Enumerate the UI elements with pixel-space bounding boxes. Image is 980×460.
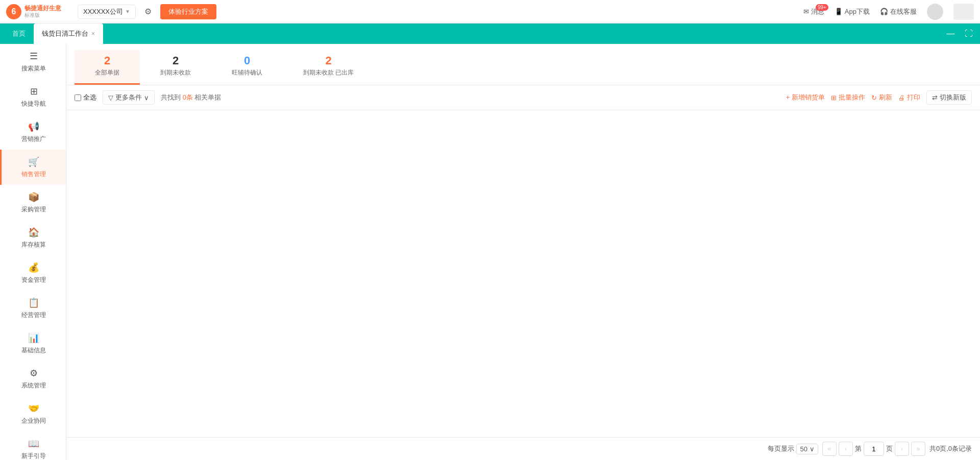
purchase-icon: 📦 — [28, 191, 40, 203]
logo-text: 畅捷通好生意 标准版 — [24, 5, 61, 18]
sidebar-item-sales[interactable]: 🛒 销售管理 — [0, 150, 66, 185]
sidebar-item-label: 基础信息 — [21, 346, 46, 355]
search-menu-icon: ☰ — [28, 50, 40, 62]
page-number-input[interactable] — [864, 442, 884, 456]
filter-arrow-icon: ∨ — [144, 94, 149, 102]
stat-label-shipped: 到期未收款 已出库 — [303, 68, 354, 77]
logo-area: 6 畅捷通好生意 标准版 — [6, 4, 72, 19]
service-icon: 🎧 — [880, 8, 888, 15]
stat-label-overdue: 到期未收款 — [160, 68, 191, 77]
page-size-arrow-icon: ∨ — [810, 445, 815, 453]
app-download-label: App下载 — [845, 7, 870, 16]
online-service-button[interactable]: 🎧 在线客服 — [880, 7, 917, 16]
stat-tab-all[interactable]: 2 全部单据 — [75, 50, 140, 85]
tab-home[interactable]: 首页 — [4, 23, 34, 44]
per-page-label: 每页显示 — [768, 444, 794, 453]
refresh-label: 刷新 — [879, 93, 892, 102]
message-badge: 99+ — [816, 4, 828, 11]
stat-label-all: 全部单据 — [95, 68, 119, 77]
main-layout: ☰ 搜索菜单 ⊞ 快捷导航 📢 营销推广 🛒 销售管理 📦 采购管理 🏠 库存核… — [0, 44, 980, 460]
stat-tab-pending[interactable]: 0 旺辅待确认 — [211, 50, 283, 85]
switch-icon: ⇄ — [932, 94, 938, 102]
next-page-button[interactable]: › — [895, 442, 909, 456]
page-size-select-box[interactable]: 50 ∨ — [796, 444, 818, 454]
toolbar-right: + 新增销货单 ⊞ 批量操作 ↻ 刷新 🖨 打印 ⇄ 切换新版 — [786, 90, 972, 105]
page-size-value: 50 — [800, 445, 807, 453]
select-all-label[interactable]: 全选 — [75, 93, 96, 102]
prev-page-button[interactable]: ‹ — [839, 442, 853, 456]
table-area — [66, 110, 980, 437]
stat-tab-shipped[interactable]: 2 到期未收款 已出库 — [283, 50, 374, 85]
avatar[interactable] — [927, 4, 943, 20]
result-text: 共找到 0条 相关单据 — [161, 93, 221, 102]
company-selector[interactable]: XXXXXX公司 ▼ — [78, 5, 136, 19]
minimize-icon[interactable]: — — [943, 27, 958, 41]
tab-bar-right: — ⛶ — [943, 27, 976, 41]
empty-state — [66, 110, 980, 437]
tab-work-bench[interactable]: 钱货日清工作台 × — [34, 23, 103, 44]
tab-bar: 首页 钱货日清工作台 × — ⛶ — [0, 23, 980, 44]
sidebar-item-marketing[interactable]: 📢 营销推广 — [0, 114, 66, 150]
sidebar-item-label: 营销推广 — [21, 135, 46, 143]
select-all-checkbox[interactable] — [75, 94, 81, 101]
refresh-button[interactable]: ↻ 刷新 — [871, 93, 892, 102]
marketing-icon: 📢 — [28, 120, 40, 133]
close-tab-icon[interactable]: × — [91, 30, 95, 37]
sidebar-item-basic-info[interactable]: 📊 基础信息 — [0, 326, 66, 361]
system-icon: ⚙ — [28, 367, 40, 379]
tab-home-label: 首页 — [12, 29, 26, 38]
switch-version-button[interactable]: ⇄ 切换新版 — [926, 90, 972, 105]
sidebar-item-system[interactable]: ⚙ 系统管理 — [0, 361, 66, 396]
sidebar-item-operations[interactable]: 📋 经营管理 — [0, 290, 66, 326]
toolbar: 全选 ▽ 更多条件 ∨ 共找到 0条 相关单据 + 新增销货单 ⊞ 批量操作 ↻ — [66, 85, 980, 110]
filter-label: 更多条件 — [115, 93, 142, 102]
content-area: 2 全部单据 2 到期未收款 0 旺辅待确认 2 到期未收款 已出库 全选 — [66, 44, 980, 460]
user-name[interactable] — [953, 4, 974, 20]
sidebar-item-label: 经营管理 — [21, 311, 46, 320]
message-button[interactable]: ✉ 消息 99+ — [803, 7, 824, 16]
inventory-icon: 🏠 — [28, 226, 40, 238]
sidebar-item-guide[interactable]: 📖 新手引导 — [0, 431, 66, 460]
settings-button[interactable]: ⚙ — [140, 4, 156, 20]
quick-nav-icon: ⊞ — [28, 85, 40, 98]
sidebar-item-label: 采购管理 — [21, 205, 46, 214]
stat-tab-overdue[interactable]: 2 到期未收款 — [140, 50, 211, 85]
add-sales-order-button[interactable]: + 新增销货单 — [786, 93, 825, 102]
sidebar-item-search-menu[interactable]: ☰ 搜索菜单 — [0, 44, 66, 79]
tab-work-bench-label: 钱货日清工作台 — [42, 29, 88, 38]
guide-icon: 📖 — [28, 438, 40, 450]
sidebar-item-label: 搜索菜单 — [21, 64, 46, 73]
logo-sub: 标准版 — [24, 12, 61, 18]
app-download-button[interactable]: 📱 App下载 — [835, 7, 870, 16]
top-header: 6 畅捷通好生意 标准版 XXXXXX公司 ▼ ⚙ 体验行业方案 ✉ 消息 99… — [0, 0, 980, 23]
operations-icon: 📋 — [28, 297, 40, 309]
sidebar-item-quick-nav[interactable]: ⊞ 快捷导航 — [0, 79, 66, 114]
sidebar-item-label: 新手引导 — [21, 452, 46, 460]
filter-button[interactable]: ▽ 更多条件 ∨ — [103, 90, 155, 105]
sidebar-item-inventory[interactable]: 🏠 库存核算 — [0, 220, 66, 255]
first-page-button[interactable]: « — [822, 442, 837, 456]
sidebar-item-label: 系统管理 — [21, 381, 46, 390]
last-page-button[interactable]: » — [911, 442, 925, 456]
batch-label: 批量操作 — [839, 93, 865, 102]
print-button[interactable]: 🖨 打印 — [898, 93, 920, 102]
stat-num-overdue: 2 — [173, 54, 179, 67]
total-records-text: 共0页,0条记录 — [929, 444, 972, 453]
pagination: 每页显示 50 ∨ « ‹ 第 页 › » 共0页,0条记录 — [66, 437, 980, 460]
page-nav: « ‹ 第 页 › » — [822, 442, 925, 456]
trial-button[interactable]: 体验行业方案 — [160, 4, 216, 19]
print-label: 打印 — [907, 93, 920, 102]
sidebar-item-purchase[interactable]: 📦 采购管理 — [0, 185, 66, 220]
stat-num-pending: 0 — [244, 54, 250, 67]
logo-main: 畅捷通好生意 — [24, 5, 61, 12]
message-icon: ✉ — [803, 8, 809, 15]
batch-operation-button[interactable]: ⊞ 批量操作 — [831, 93, 865, 102]
select-all-text: 全选 — [83, 93, 96, 102]
sidebar-item-label: 快捷导航 — [21, 100, 46, 108]
maximize-icon[interactable]: ⛶ — [962, 27, 976, 41]
sidebar-item-label: 销售管理 — [21, 170, 46, 179]
refresh-icon: ↻ — [871, 94, 877, 102]
sidebar-item-enterprise[interactable]: 🤝 企业协同 — [0, 396, 66, 431]
basic-info-icon: 📊 — [28, 332, 40, 344]
sidebar-item-finance[interactable]: 💰 资金管理 — [0, 255, 66, 290]
